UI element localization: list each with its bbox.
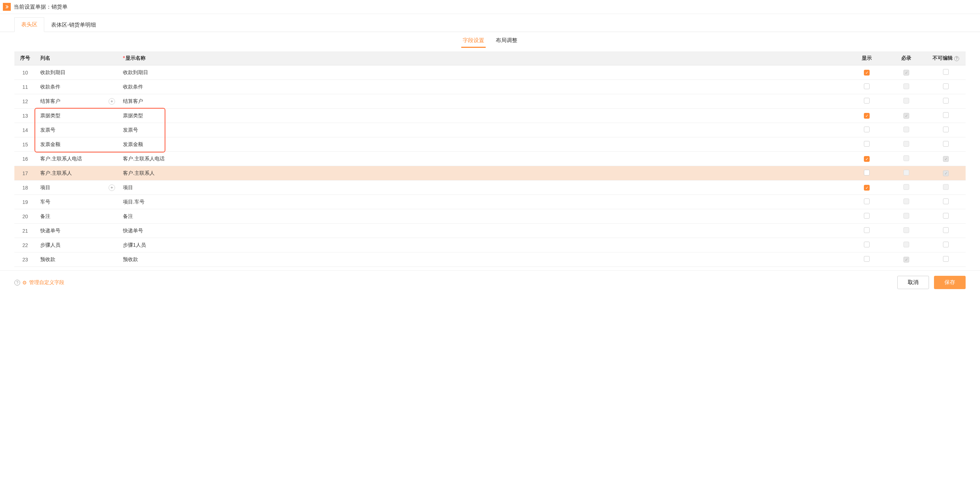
cell-show — [847, 108, 886, 123]
cell-required — [886, 224, 926, 238]
checkbox-show[interactable] — [864, 185, 870, 191]
table-row: 23预收款预收款 — [14, 252, 966, 267]
cell-show — [847, 166, 886, 180]
th-readonly: 不可编辑? — [926, 51, 966, 65]
checkbox-show[interactable] — [864, 127, 870, 132]
cell-index: 15 — [14, 137, 36, 152]
cell-display[interactable]: 客户.主联系人电话 — [119, 152, 847, 166]
cell-readonly — [926, 224, 966, 238]
cell-display[interactable]: 项目 — [119, 180, 847, 195]
cell-display[interactable]: 项目.车号 — [119, 195, 847, 209]
cell-name: 收款条件 — [36, 80, 119, 94]
cell-name: 结算客户+ — [36, 94, 119, 108]
checkbox-readonly[interactable] — [943, 199, 949, 204]
cell-name: 备注 — [36, 209, 119, 224]
cell-readonly — [926, 180, 966, 195]
checkbox-readonly[interactable] — [943, 242, 949, 247]
checkbox-show[interactable] — [864, 242, 870, 247]
cell-show — [847, 137, 886, 152]
checkbox-readonly[interactable] — [943, 127, 949, 132]
plus-icon[interactable]: + — [108, 98, 115, 105]
table-row: 18项目+项目 — [14, 180, 966, 195]
cell-name: 客户.主联系人 — [36, 166, 119, 180]
checkbox-show[interactable] — [864, 227, 870, 233]
cell-readonly — [926, 209, 966, 224]
cell-index: 11 — [14, 80, 36, 94]
checkbox-readonly[interactable] — [943, 256, 949, 262]
checkbox-show[interactable] — [864, 156, 870, 162]
cell-display[interactable]: 票据类型 — [119, 108, 847, 123]
checkbox-show[interactable] — [864, 113, 870, 119]
collapse-button[interactable] — [3, 3, 11, 11]
checkbox-readonly — [943, 156, 949, 162]
cell-name: 项目+ — [36, 180, 119, 195]
gear-icon: ⚙ — [22, 280, 27, 285]
cell-show — [847, 209, 886, 224]
checkbox-required — [904, 70, 909, 75]
cell-readonly — [926, 80, 966, 94]
cell-show — [847, 224, 886, 238]
cell-display[interactable]: 收款条件 — [119, 80, 847, 94]
cell-readonly — [926, 137, 966, 152]
cell-display[interactable]: 预收款 — [119, 252, 847, 267]
topbar-label: 当前设置单据：销货单 — [14, 3, 68, 10]
checkbox-readonly[interactable] — [943, 213, 949, 219]
checkbox-show[interactable] — [864, 141, 870, 147]
checkbox-readonly[interactable] — [943, 141, 949, 147]
checkbox-show[interactable] — [864, 98, 870, 103]
cell-display[interactable]: 结算客户 — [119, 94, 847, 108]
checkbox-show[interactable] — [864, 213, 870, 219]
checkbox-required — [904, 170, 909, 175]
help-icon[interactable]: ? — [954, 56, 959, 61]
checkbox-show[interactable] — [864, 256, 870, 262]
checkbox-required — [904, 113, 909, 119]
cell-index: 19 — [14, 195, 36, 209]
cell-index: 20 — [14, 209, 36, 224]
question-icon[interactable]: ? — [14, 280, 20, 285]
subtab-1[interactable]: 布局调整 — [494, 37, 519, 48]
cell-display[interactable]: 快递单号 — [119, 224, 847, 238]
cell-display[interactable]: 发票号 — [119, 123, 847, 137]
cell-display[interactable]: 客户.主联系人 — [119, 166, 847, 180]
th-required: 必录 — [886, 51, 926, 65]
checkbox-readonly[interactable] — [943, 112, 949, 118]
cell-readonly — [926, 252, 966, 267]
sub-tabs: 字段设置布局调整 — [0, 32, 980, 48]
cell-display[interactable]: 备注 — [119, 209, 847, 224]
checkbox-readonly[interactable] — [943, 227, 949, 233]
checkbox-show[interactable] — [864, 83, 870, 89]
table-row: 20备注备注 — [14, 209, 966, 224]
cell-required — [886, 137, 926, 152]
cell-index: 22 — [14, 238, 36, 252]
tab-0[interactable]: 表头区 — [14, 17, 44, 32]
th-show: 显示 — [847, 51, 886, 65]
cell-required — [886, 180, 926, 195]
checkbox-readonly[interactable] — [943, 69, 949, 75]
subtab-0[interactable]: 字段设置 — [461, 37, 486, 48]
cell-name: 车号 — [36, 195, 119, 209]
cell-readonly — [926, 65, 966, 80]
cell-name: 发票号 — [36, 123, 119, 137]
plus-icon[interactable]: + — [108, 185, 115, 191]
cell-index: 23 — [14, 252, 36, 267]
cell-show — [847, 65, 886, 80]
cell-required — [886, 80, 926, 94]
cell-display[interactable]: 收款到期日 — [119, 65, 847, 80]
checkbox-show[interactable] — [864, 70, 870, 75]
manage-custom-fields-link[interactable]: 管理自定义字段 — [29, 279, 64, 286]
tab-1[interactable]: 表体区-销货单明细 — [44, 18, 103, 32]
cell-readonly — [926, 195, 966, 209]
checkbox-readonly[interactable] — [943, 98, 949, 103]
table-row: 22步骤人员步骤1人员 — [14, 238, 966, 252]
cell-display[interactable]: 步骤1人员 — [119, 238, 847, 252]
checkbox-show[interactable] — [864, 170, 870, 175]
save-button[interactable]: 保存 — [934, 276, 966, 289]
cell-required — [886, 65, 926, 80]
cell-required — [886, 108, 926, 123]
th-name: 列名 — [36, 51, 119, 65]
checkbox-required — [904, 127, 909, 132]
cancel-button[interactable]: 取消 — [897, 276, 929, 289]
checkbox-readonly[interactable] — [943, 83, 949, 89]
cell-display[interactable]: 发票金额 — [119, 137, 847, 152]
checkbox-show[interactable] — [864, 199, 870, 204]
